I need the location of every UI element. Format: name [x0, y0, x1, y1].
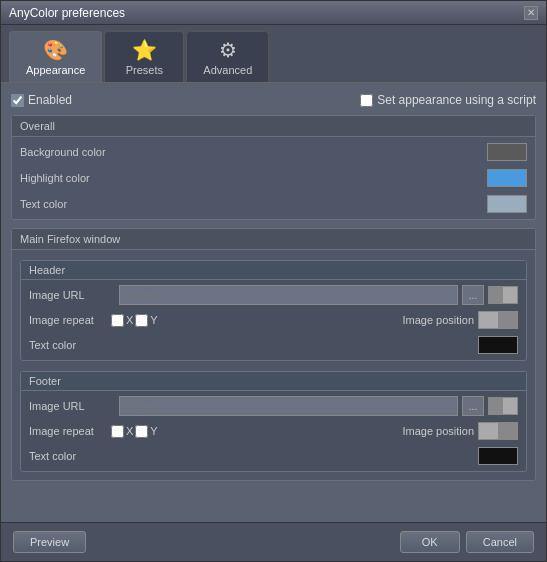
footer-position-swatch[interactable] — [478, 422, 518, 440]
text-color-row: Text color — [20, 193, 527, 215]
footer-repeat-x-label: X — [126, 425, 133, 437]
header-text-color-row: Text color — [29, 334, 518, 356]
header-image-url-row: Image URL ... — [29, 284, 518, 306]
header-repeat-y-checkbox[interactable] — [135, 314, 148, 327]
script-row: Set appearance using a script — [360, 93, 536, 107]
tab-appearance[interactable]: 🎨 Appearance — [9, 31, 102, 82]
header-browse-button[interactable]: ... — [462, 285, 484, 305]
header-repeat-label: Image repeat — [29, 314, 109, 326]
header-position-swatch[interactable] — [478, 311, 518, 329]
header-repeat-row: Image repeat X Y — [29, 309, 518, 331]
header-position-group: Image position — [402, 311, 518, 329]
footer-text-color-label: Text color — [29, 450, 119, 462]
highlight-color-label: Highlight color — [20, 172, 110, 184]
tab-presets[interactable]: ⭐ Presets — [104, 31, 184, 82]
enabled-checkbox[interactable] — [11, 94, 24, 107]
firefox-title: Main Firefox window — [12, 229, 535, 250]
header-repeat-y-label: Y — [150, 314, 157, 326]
window-title: AnyColor preferences — [9, 6, 125, 20]
footer-repeat-y-label: Y — [150, 425, 157, 437]
advanced-icon: ⚙ — [219, 38, 237, 62]
preview-button[interactable]: Preview — [13, 531, 86, 553]
footer-image-preview — [488, 397, 518, 415]
firefox-section: Main Firefox window Header Image URL ... — [11, 228, 536, 481]
enabled-label: Enabled — [28, 93, 72, 107]
overall-title: Overall — [12, 116, 535, 137]
enabled-row: Enabled — [11, 93, 72, 107]
footer-repeat-group: Image repeat X Y — [29, 425, 158, 438]
footer-text-color-swatch[interactable] — [478, 447, 518, 465]
header-body: Image URL ... Image repeat — [21, 280, 526, 360]
appearance-icon: 🎨 — [43, 38, 68, 62]
overall-section: Overall Background color Highlight color… — [11, 115, 536, 220]
footer-repeat-row: Image repeat X Y — [29, 420, 518, 442]
bottom-bar: Preview OK Cancel — [1, 522, 546, 561]
top-options-row: Enabled Set appearance using a script — [11, 93, 536, 107]
header-text-color-swatch[interactable] — [478, 336, 518, 354]
ok-cancel-group: OK Cancel — [400, 531, 534, 553]
header-image-url-input[interactable] — [119, 285, 458, 305]
close-button[interactable]: ✕ — [524, 6, 538, 20]
header-position-label: Image position — [402, 314, 474, 326]
footer-position-group: Image position — [402, 422, 518, 440]
header-title: Header — [21, 261, 526, 280]
background-color-label: Background color — [20, 146, 110, 158]
script-label: Set appearance using a script — [377, 93, 536, 107]
titlebar: AnyColor preferences ✕ — [1, 1, 546, 25]
presets-icon: ⭐ — [132, 38, 157, 62]
highlight-color-row: Highlight color — [20, 167, 527, 189]
header-repeat-x: X — [111, 314, 133, 327]
header-image-url-label: Image URL — [29, 289, 119, 301]
background-color-row: Background color — [20, 141, 527, 163]
footer-repeat-y: Y — [135, 425, 157, 438]
script-checkbox[interactable] — [360, 94, 373, 107]
text-color-swatch[interactable] — [487, 195, 527, 213]
header-text-color-label: Text color — [29, 339, 119, 351]
tab-advanced-label: Advanced — [203, 64, 252, 76]
footer-repeat-label: Image repeat — [29, 425, 109, 437]
tab-bar: 🎨 Appearance ⭐ Presets ⚙ Advanced — [1, 25, 546, 82]
content-area: Enabled Set appearance using a script Ov… — [1, 82, 546, 522]
header-image-preview — [488, 286, 518, 304]
ok-button[interactable]: OK — [400, 531, 460, 553]
overall-body: Background color Highlight color Text co… — [12, 137, 535, 219]
header-url-input-group: ... — [119, 285, 518, 305]
header-repeat-group: Image repeat X Y — [29, 314, 158, 327]
footer-repeat-x-checkbox[interactable] — [111, 425, 124, 438]
background-color-swatch[interactable] — [487, 143, 527, 161]
footer-image-url-row: Image URL ... — [29, 395, 518, 417]
footer-body: Image URL ... Image repeat — [21, 391, 526, 471]
tab-appearance-label: Appearance — [26, 64, 85, 76]
footer-image-url-input[interactable] — [119, 396, 458, 416]
header-repeat-x-checkbox[interactable] — [111, 314, 124, 327]
footer-subsection: Footer Image URL ... — [20, 371, 527, 472]
footer-repeat-x: X — [111, 425, 133, 438]
preferences-window: AnyColor preferences ✕ 🎨 Appearance ⭐ Pr… — [0, 0, 547, 562]
cancel-button[interactable]: Cancel — [466, 531, 534, 553]
header-repeat-x-label: X — [126, 314, 133, 326]
footer-text-color-row: Text color — [29, 445, 518, 467]
footer-url-input-group: ... — [119, 396, 518, 416]
tab-presets-label: Presets — [126, 64, 163, 76]
footer-browse-button[interactable]: ... — [462, 396, 484, 416]
footer-repeat-y-checkbox[interactable] — [135, 425, 148, 438]
tab-advanced[interactable]: ⚙ Advanced — [186, 31, 269, 82]
highlight-color-swatch[interactable] — [487, 169, 527, 187]
footer-title: Footer — [21, 372, 526, 391]
footer-position-label: Image position — [402, 425, 474, 437]
header-subsection: Header Image URL ... — [20, 260, 527, 361]
footer-image-url-label: Image URL — [29, 400, 119, 412]
header-repeat-y: Y — [135, 314, 157, 327]
firefox-body: Header Image URL ... — [12, 250, 535, 480]
text-color-label: Text color — [20, 198, 110, 210]
